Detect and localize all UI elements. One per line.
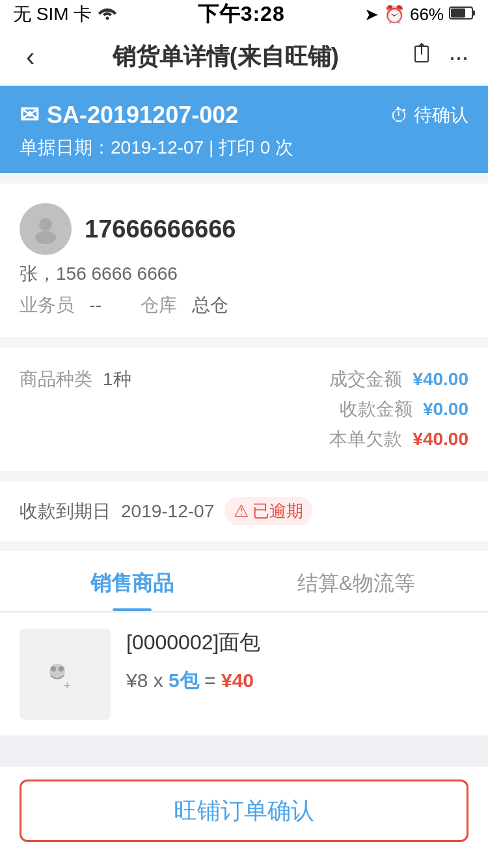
product-thumbnail: + bbox=[20, 629, 111, 720]
product-price: ¥8 x 5包 = ¥40 bbox=[126, 668, 468, 694]
salesman-value: -- bbox=[89, 295, 102, 315]
customer-meta: 业务员 -- 仓库 总仓 bbox=[20, 293, 468, 318]
product-type-value: 1种 bbox=[103, 367, 131, 392]
share-button[interactable] bbox=[410, 42, 433, 72]
warning-icon: ⚠ bbox=[234, 501, 249, 521]
amount-value: ¥40.00 bbox=[413, 369, 468, 390]
confirm-button[interactable]: 旺铺订单确认 bbox=[20, 780, 468, 842]
price-total: ¥40 bbox=[221, 670, 254, 691]
order-icon: ✉ bbox=[20, 102, 39, 129]
warehouse-value: 总仓 bbox=[192, 295, 228, 315]
product-type-row: 商品种类 1种 bbox=[20, 367, 131, 392]
nav-actions: ··· bbox=[410, 42, 468, 72]
due-section: 收款到期日 2019-12-07 ⚠ 已逾期 bbox=[0, 481, 488, 541]
tabs-section: 销售商品 结算&物流等 bbox=[0, 551, 488, 612]
svg-point-9 bbox=[59, 666, 64, 671]
product-section: + [0000002]面包 ¥8 x 5包 = ¥40 bbox=[0, 613, 488, 735]
customer-phone: 17666666666 bbox=[85, 215, 236, 243]
due-label: 本单欠款 bbox=[329, 427, 402, 452]
page-title: 销货单详情(来自旺铺) bbox=[113, 41, 339, 73]
svg-point-8 bbox=[51, 666, 56, 671]
customer-section: 17666666666 张，156 6666 6666 业务员 -- 仓库 总仓 bbox=[0, 183, 488, 337]
product-type-label: 商品种类 bbox=[20, 367, 92, 392]
order-banner: ✉ SA-20191207-002 ⏱ 待确认 单据日期：2019-12-07 … bbox=[0, 86, 488, 173]
status-text: 待确认 bbox=[414, 103, 468, 128]
bottom-button-area: 旺铺订单确认 bbox=[0, 766, 488, 868]
due-date-value: 2019-12-07 bbox=[121, 501, 214, 522]
price-equals: = bbox=[204, 670, 216, 691]
more-button[interactable]: ··· bbox=[449, 44, 468, 71]
avatar bbox=[20, 203, 72, 255]
svg-point-0 bbox=[106, 17, 109, 20]
received-value: ¥0.00 bbox=[423, 399, 468, 420]
alarm-icon: ⏰ bbox=[384, 5, 405, 25]
status-right: ➤ ⏰ 66% bbox=[364, 5, 475, 25]
nav-bar: ‹ 销货单详情(来自旺铺) ··· bbox=[0, 29, 488, 86]
order-status: ⏱ 待确认 bbox=[390, 103, 468, 128]
svg-point-6 bbox=[35, 231, 56, 244]
svg-rect-3 bbox=[451, 8, 465, 18]
product-info: [0000002]面包 ¥8 x 5包 = ¥40 bbox=[126, 629, 468, 694]
svg-text:+: + bbox=[64, 679, 71, 692]
status-time: 下午3:28 bbox=[198, 0, 285, 29]
status-bar: 无 SIM 卡 下午3:28 ➤ ⏰ 66% bbox=[0, 0, 488, 29]
location-icon: ➤ bbox=[364, 5, 379, 25]
battery-icon bbox=[449, 5, 475, 25]
amount-row: 成交金额 ¥40.00 bbox=[329, 367, 468, 392]
overdue-text: 已逾期 bbox=[252, 500, 303, 522]
due-row: 本单欠款 ¥40.00 bbox=[329, 427, 468, 452]
clock-icon: ⏱ bbox=[390, 105, 409, 126]
overdue-badge: ⚠ 已逾期 bbox=[224, 497, 312, 525]
order-id: ✉ SA-20191207-002 bbox=[20, 102, 238, 129]
product-row: + [0000002]面包 ¥8 x 5包 = ¥40 bbox=[20, 629, 468, 720]
tab-settlement[interactable]: 结算&物流等 bbox=[244, 551, 468, 611]
received-label: 收款金额 bbox=[340, 397, 413, 422]
back-button[interactable]: ‹ bbox=[20, 36, 41, 78]
salesman-label: 业务员 bbox=[20, 295, 74, 315]
battery-label: 66% bbox=[410, 5, 444, 25]
price-quantity: 5包 bbox=[169, 670, 199, 691]
summary-section: 商品种类 1种 成交金额 ¥40.00 收款金额 ¥0.00 本单欠款 ¥40.… bbox=[0, 347, 488, 471]
status-left: 无 SIM 卡 bbox=[13, 2, 118, 27]
svg-rect-2 bbox=[472, 10, 475, 16]
svg-point-5 bbox=[39, 218, 52, 231]
customer-contact: 张，156 6666 6666 bbox=[20, 262, 468, 286]
tab-sales[interactable]: 销售商品 bbox=[20, 551, 244, 611]
due-date-label: 收款到期日 bbox=[20, 499, 111, 524]
price-base: ¥8 x bbox=[126, 670, 163, 691]
product-name: [0000002]面包 bbox=[126, 629, 468, 657]
warehouse-label: 仓库 bbox=[141, 295, 177, 315]
order-date: 单据日期：2019-12-07 | 打印 0 次 bbox=[20, 135, 468, 160]
amount-label: 成交金额 bbox=[329, 367, 402, 392]
wifi-icon bbox=[97, 4, 118, 25]
carrier-label: 无 SIM 卡 bbox=[13, 2, 92, 27]
confirm-button-label: 旺铺订单确认 bbox=[174, 795, 314, 827]
due-value: ¥40.00 bbox=[413, 429, 468, 450]
received-row: 收款金额 ¥0.00 bbox=[340, 397, 468, 422]
